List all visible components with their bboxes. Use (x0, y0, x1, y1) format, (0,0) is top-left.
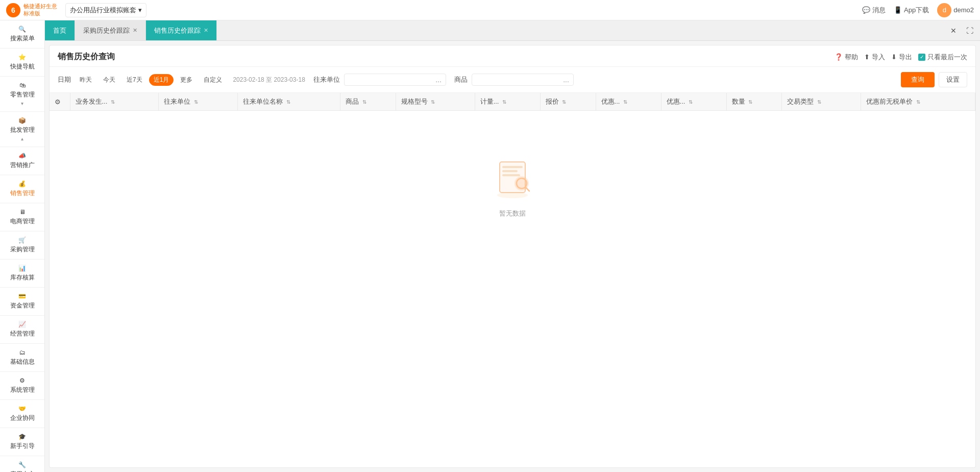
table-header-partner-code[interactable]: 往来单位 ⇅ (159, 93, 238, 111)
sidebar-item-basic[interactable]: 🗂 基础信息 (0, 344, 44, 372)
table-header-tax-price[interactable]: 优惠前无税单价 ⇅ (861, 93, 975, 111)
date-btn-7days[interactable]: 近7天 (122, 74, 147, 86)
table-header-gear[interactable]: ⚙ (50, 93, 70, 111)
sort-icon: ⇅ (689, 99, 693, 105)
settings-button[interactable]: 设置 (939, 72, 967, 87)
close-tab-btn[interactable]: ✕ (947, 25, 960, 37)
tab-sales-history[interactable]: 销售历史价跟踪 ✕ (146, 20, 217, 40)
top-bar-left: 6 畅捷通好生意 标准版 办公用品行业模拟账套 ▾ (6, 3, 146, 17)
sidebar-item-retail[interactable]: 🛍 零售管理 ▾ (0, 77, 44, 112)
table-header-partner-name[interactable]: 往来单位名称 ⇅ (238, 93, 340, 111)
only-last-checkbox[interactable]: ✓ 只看最后一次 (918, 53, 967, 62)
system-icon: ⚙ (19, 377, 25, 384)
sort-icon: ⇅ (502, 99, 506, 105)
table-header-qty[interactable]: 数量 ⇅ (726, 93, 782, 111)
message-btn[interactable]: 💬 消息 (862, 6, 886, 15)
company-selector[interactable]: 办公用品行业模拟账套 ▾ (65, 3, 146, 17)
chevron-up-icon: ▴ (21, 136, 23, 141)
date-btn-today[interactable]: 今天 (99, 74, 120, 86)
sidebar-item-enterprise[interactable]: 🤝 企业协同 (0, 400, 44, 428)
date-btn-more[interactable]: 更多 (176, 74, 197, 86)
tab-home[interactable]: 首页 (45, 20, 75, 40)
close-icon[interactable]: ✕ (204, 27, 208, 34)
sidebar-item-wholesale[interactable]: 📦 批发管理 ▴ (0, 112, 44, 147)
sidebar-item-quick-nav[interactable]: ⭐ 快捷导航 (0, 49, 44, 77)
svg-rect-3 (502, 170, 518, 172)
export-btn[interactable]: ⬇ 导出 (891, 53, 912, 62)
purchase-icon: 🛒 (18, 237, 26, 244)
user-area[interactable]: d demo2 (937, 3, 974, 17)
table-header-spec[interactable]: 规格型号 ⇅ (396, 93, 475, 111)
sidebar-item-finance[interactable]: 💳 资金管理 (0, 288, 44, 316)
table-header-unit[interactable]: 计量... ⇅ (475, 93, 540, 111)
retail-icon: 🛍 (19, 82, 26, 89)
table-header-trade-type[interactable]: 交易类型 ⇅ (782, 93, 861, 111)
guide-icon: 🎓 (18, 433, 26, 440)
date-filter-group: 日期 昨天 今天 近7天 近1月 更多 自定义 2023-02-18 至 202… (58, 74, 305, 86)
svg-rect-4 (502, 174, 520, 176)
table-header-goods[interactable]: 商品 ⇅ (340, 93, 396, 111)
table-header-discount1[interactable]: 优惠... ⇅ (596, 93, 661, 111)
partner-input[interactable]: ... (344, 74, 446, 86)
logo-area: 6 畅捷通好生意 标准版 (6, 3, 57, 17)
tab-bar-right: ✕ ⛶ (947, 25, 980, 37)
filter-area: 日期 昨天 今天 近7天 近1月 更多 自定义 2023-02-18 至 202… (50, 67, 975, 93)
sidebar-item-ecommerce[interactable]: 🖥 电商管理 (0, 203, 44, 231)
date-btn-1month[interactable]: 近1月 (149, 74, 174, 86)
close-icon[interactable]: ✕ (133, 27, 137, 34)
sidebar-item-search-menu[interactable]: 🔍 搜索菜单 (0, 20, 44, 49)
data-table: ⚙ 业务发生... ⇅ 往来单位 ⇅ 往来单位名称 (50, 93, 975, 111)
empty-state: 暂无数据 (50, 111, 975, 259)
partner-dots-icon: ... (435, 76, 442, 84)
sidebar-item-sales[interactable]: 💰 销售管理 (0, 175, 44, 203)
sidebar-item-appstore[interactable]: 🔧 应用中心 (0, 456, 44, 472)
avatar: d (937, 3, 951, 17)
maximize-btn[interactable]: ⛶ (964, 25, 976, 37)
main-layout: 🔍 搜索菜单 ⭐ 快捷导航 🛍 零售管理 ▾ 📦 批发管理 ▴ 📣 营销推广 💰… (0, 20, 980, 472)
import-btn[interactable]: ⬆ 导入 (864, 53, 885, 62)
page-content: 销售历史价查询 ❓ 帮助 ⬆ 导入 ⬇ 导出 ✓ (49, 45, 976, 468)
app-download-btn[interactable]: 📱 App下载 (894, 6, 929, 15)
top-bar: 6 畅捷通好生意 标准版 办公用品行业模拟账套 ▾ 💬 消息 📱 App下载 d… (0, 0, 980, 20)
gear-icon: ⚙ (55, 98, 61, 106)
help-btn[interactable]: ❓ 帮助 (835, 53, 858, 62)
basic-icon: 🗂 (19, 349, 26, 356)
marketing-icon: 📣 (18, 152, 26, 159)
search-icon: 🔍 (18, 26, 26, 33)
sidebar-item-system[interactable]: ⚙ 系统管理 (0, 372, 44, 400)
sort-icon: ⇅ (194, 99, 198, 105)
tab-purchase-history[interactable]: 采购历史价跟踪 ✕ (75, 20, 146, 40)
page-actions: ❓ 帮助 ⬆ 导入 ⬇ 导出 ✓ 只看最后一次 (835, 53, 967, 62)
sidebar-item-guide[interactable]: 🎓 新手引导 (0, 428, 44, 456)
sidebar-item-marketing[interactable]: 📣 营销推广 (0, 147, 44, 175)
sidebar-item-inventory[interactable]: 📊 库存核算 (0, 259, 44, 288)
svg-rect-2 (502, 166, 523, 168)
tab-bar-left: 首页 采购历史价跟踪 ✕ 销售历史价跟踪 ✕ (45, 20, 217, 40)
date-label: 日期 (58, 75, 71, 84)
goods-input[interactable]: ... (472, 74, 574, 86)
finance-icon: 💳 (18, 293, 26, 300)
date-btn-yesterday[interactable]: 昨天 (75, 74, 96, 86)
query-button[interactable]: 查询 (901, 72, 935, 87)
checkbox-icon: ✓ (918, 54, 925, 61)
inventory-icon: 📊 (18, 265, 26, 272)
table-header-biz-date[interactable]: 业务发生... ⇅ (70, 93, 159, 111)
top-bar-right: 💬 消息 📱 App下载 d demo2 (862, 3, 974, 17)
enterprise-icon: 🤝 (18, 405, 26, 412)
export-icon: ⬇ (891, 53, 897, 61)
page-title: 销售历史价查询 (58, 52, 115, 62)
sidebar-item-operation[interactable]: 📈 经营管理 (0, 316, 44, 344)
phone-icon: 📱 (894, 6, 902, 14)
import-icon: ⬆ (864, 53, 870, 61)
sidebar-item-purchase[interactable]: 🛒 采购管理 (0, 231, 44, 259)
date-btn-custom[interactable]: 自定义 (199, 74, 227, 86)
tab-bar: 首页 采购历史价跟踪 ✕ 销售历史价跟踪 ✕ ✕ ⛶ (45, 20, 980, 41)
sort-icon: ⇅ (286, 99, 290, 105)
date-range-display: 2023-02-18 至 2023-03-18 (233, 76, 305, 84)
sort-icon: ⇅ (431, 99, 435, 105)
table-header-discount2[interactable]: 优惠... ⇅ (661, 93, 726, 111)
goods-dots-icon: ... (563, 76, 569, 84)
sort-icon: ⇅ (817, 99, 821, 105)
table-header-row: ⚙ 业务发生... ⇅ 往来单位 ⇅ 往来单位名称 (50, 93, 975, 111)
table-header-price[interactable]: 报价 ⇅ (540, 93, 596, 111)
